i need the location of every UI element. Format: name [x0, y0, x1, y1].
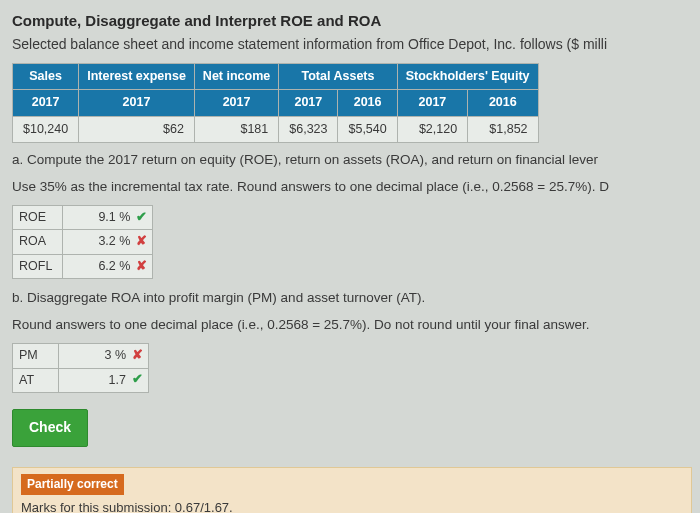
answer-field-roe[interactable]: 9.1 % ✔	[63, 205, 153, 230]
financial-data-table: Sales Interest expense Net income Total …	[12, 63, 539, 144]
answer-value: 6.2 %	[98, 259, 130, 273]
answer-label: AT	[13, 368, 59, 393]
table-cell: $1,852	[468, 116, 538, 143]
answer-field-roa[interactable]: 3.2 % ✘	[63, 230, 153, 255]
table-cell: $62	[79, 116, 195, 143]
col-subheader: 2017	[397, 90, 467, 117]
table-header-sub: 2017 2017 2017 2017 2016 2017 2016	[13, 90, 539, 117]
check-button[interactable]: Check	[12, 409, 88, 447]
table-row: $10,240 $62 $181 $6,323 $5,540 $2,120 $1…	[13, 116, 539, 143]
marks-text: Marks for this submission: 0.67/1.67.	[21, 499, 683, 513]
answer-row: ROE 9.1 % ✔	[13, 205, 153, 230]
part-a-line1: a. Compute the 2017 return on equity (RO…	[12, 151, 700, 170]
answer-row: ROFL 6.2 % ✘	[13, 254, 153, 279]
answer-value: 3.2 %	[98, 234, 130, 248]
table-cell: $181	[194, 116, 278, 143]
answers-a-table: ROE 9.1 % ✔ ROA 3.2 % ✘ ROFL 6.2 % ✘	[12, 205, 153, 280]
answer-field-rofl[interactable]: 6.2 % ✘	[63, 254, 153, 279]
part-b-line2: Round answers to one decimal place (i.e.…	[12, 316, 700, 335]
check-icon: ✔	[136, 209, 147, 227]
answer-label: ROA	[13, 230, 63, 255]
part-b-line1: b. Disaggregate ROA into profit margin (…	[12, 289, 700, 308]
table-cell: $10,240	[13, 116, 79, 143]
answer-row: PM 3 % ✘	[13, 344, 149, 369]
status-badge: Partially correct	[21, 474, 124, 495]
answer-label: PM	[13, 344, 59, 369]
col-subheader: 2017	[194, 90, 278, 117]
col-header: Total Assets	[279, 63, 397, 90]
cross-icon: ✘	[132, 347, 143, 365]
cross-icon: ✘	[136, 258, 147, 276]
table-header-top: Sales Interest expense Net income Total …	[13, 63, 539, 90]
table-cell: $6,323	[279, 116, 338, 143]
col-header: Net income	[194, 63, 278, 90]
answer-label: ROE	[13, 205, 63, 230]
col-subheader: 2017	[279, 90, 338, 117]
check-icon: ✔	[132, 372, 143, 390]
answer-field-at[interactable]: 1.7 ✔	[59, 368, 149, 393]
col-header: Stockholders' Equity	[397, 63, 538, 90]
page-title: Compute, Disaggregate and Interpret ROE …	[12, 10, 700, 31]
col-subheader: 2017	[13, 90, 79, 117]
col-subheader: 2016	[338, 90, 397, 117]
answers-b-table: PM 3 % ✘ AT 1.7 ✔	[12, 343, 149, 393]
col-subheader: 2016	[468, 90, 538, 117]
col-header: Sales	[13, 63, 79, 90]
col-header: Interest expense	[79, 63, 195, 90]
cross-icon: ✘	[136, 233, 147, 251]
feedback-box: Partially correct Marks for this submiss…	[12, 467, 692, 513]
table-cell: $5,540	[338, 116, 397, 143]
answer-value: 9.1 %	[98, 210, 130, 224]
table-cell: $2,120	[397, 116, 467, 143]
answer-value: 1.7	[109, 373, 126, 387]
answer-row: AT 1.7 ✔	[13, 368, 149, 393]
answer-value: 3 %	[104, 348, 126, 362]
answer-label: ROFL	[13, 254, 63, 279]
part-a-line2: Use 35% as the incremental tax rate. Rou…	[12, 178, 700, 197]
answer-row: ROA 3.2 % ✘	[13, 230, 153, 255]
col-subheader: 2017	[79, 90, 195, 117]
page-subtitle: Selected balance sheet and income statem…	[12, 35, 700, 55]
answer-field-pm[interactable]: 3 % ✘	[59, 344, 149, 369]
